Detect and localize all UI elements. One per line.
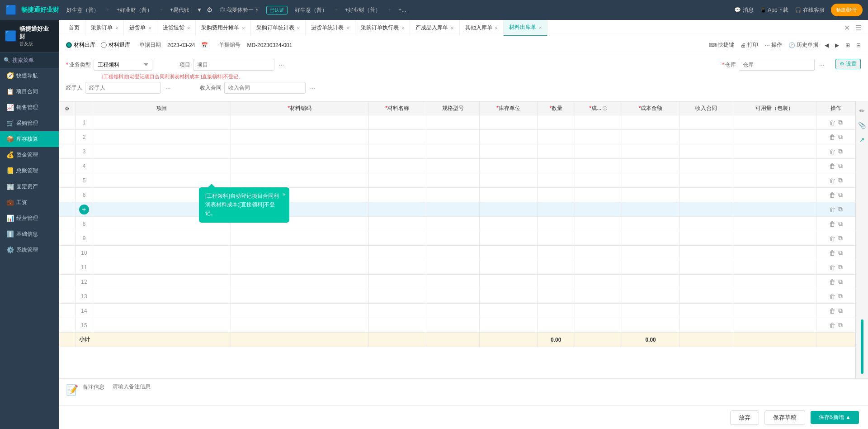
row-cost-amount-cell[interactable] bbox=[622, 275, 679, 289]
row-income-cell[interactable] bbox=[679, 246, 733, 260]
row-project-cell[interactable] bbox=[93, 246, 231, 260]
row-unit-cell[interactable] bbox=[480, 130, 537, 144]
tab-close-incoming-return[interactable]: × bbox=[187, 25, 190, 31]
radio-material-return[interactable]: 材料退库 bbox=[101, 41, 130, 49]
row-qty-cell[interactable] bbox=[537, 173, 575, 188]
row-income-cell[interactable] bbox=[679, 115, 733, 130]
row-cost-amount-cell[interactable] bbox=[622, 231, 679, 246]
tab-close-all[interactable]: ✕ bbox=[840, 24, 854, 32]
project-dots-btn[interactable]: ··· bbox=[277, 61, 286, 68]
row-unit-cell[interactable] bbox=[480, 231, 537, 246]
discard-button[interactable]: 放弃 bbox=[730, 410, 759, 425]
row-cost-rate-cell[interactable] bbox=[575, 130, 622, 144]
row-copy-btn[interactable]: ⧉ bbox=[838, 263, 843, 271]
row-cost-amount-cell[interactable] bbox=[622, 318, 679, 333]
tab-purchase-stats[interactable]: 采购订单统计表 × bbox=[251, 20, 306, 36]
sidebar-item-payroll[interactable]: 💼 工资 bbox=[0, 195, 59, 210]
row-unit-cell[interactable] bbox=[480, 202, 537, 217]
row-delete-btn[interactable]: 🗑 bbox=[829, 119, 835, 126]
row-income-cell[interactable] bbox=[679, 202, 733, 217]
nav-settings-icon[interactable]: ⚙ bbox=[207, 6, 212, 14]
row-unit-cell[interactable] bbox=[480, 246, 537, 260]
row-name-cell[interactable] bbox=[368, 231, 426, 246]
row-name-cell[interactable] bbox=[368, 115, 426, 130]
income-contract-input[interactable] bbox=[224, 82, 306, 94]
row-spec-cell[interactable] bbox=[426, 159, 480, 173]
row-cost-rate-cell[interactable] bbox=[575, 188, 622, 202]
nav-try[interactable]: ◎ 我要体验一下 bbox=[217, 6, 262, 14]
row-delete-btn[interactable]: 🗑 bbox=[829, 205, 835, 213]
business-type-select[interactable]: 工程领料 直接领料 bbox=[94, 59, 152, 71]
row-project-cell[interactable] bbox=[93, 304, 231, 318]
row-cost-rate-cell[interactable] bbox=[575, 115, 622, 130]
row-income-cell[interactable] bbox=[679, 144, 733, 159]
row-delete-btn[interactable]: 🗑 bbox=[829, 249, 835, 257]
sidebar-item-project-contract[interactable]: 📋 项目合同 bbox=[0, 84, 59, 100]
tab-incoming-stats[interactable]: 进货单统计表 × bbox=[306, 20, 355, 36]
tab-close-purchase-exec[interactable]: × bbox=[401, 25, 404, 31]
row-copy-btn[interactable]: ⧉ bbox=[838, 234, 843, 242]
sidebar-item-operations[interactable]: 📊 经营管理 bbox=[0, 210, 59, 226]
form-settings-btn[interactable]: ⚙ 设置 bbox=[835, 59, 861, 69]
row-code-cell[interactable] bbox=[231, 260, 368, 275]
row-cost-amount-cell[interactable] bbox=[622, 144, 679, 159]
row-code-cell[interactable] bbox=[231, 115, 368, 130]
row-qty-cell[interactable] bbox=[537, 144, 575, 159]
row-qty-cell[interactable] bbox=[537, 304, 575, 318]
row-name-cell[interactable] bbox=[368, 217, 426, 231]
row-delete-btn[interactable]: 🗑 bbox=[829, 278, 835, 286]
row-name-cell[interactable] bbox=[368, 130, 426, 144]
row-delete-btn[interactable]: 🗑 bbox=[829, 292, 835, 300]
right-panel-export-btn[interactable]: ↗ bbox=[857, 135, 867, 145]
row-qty-cell[interactable] bbox=[537, 188, 575, 202]
row-cost-rate-cell[interactable] bbox=[575, 202, 622, 217]
row-code-cell[interactable] bbox=[231, 304, 368, 318]
row-qty-cell[interactable] bbox=[537, 275, 575, 289]
row-cost-amount-cell[interactable] bbox=[622, 304, 679, 318]
row-unit-cell[interactable] bbox=[480, 289, 537, 304]
row-copy-btn[interactable]: ⧉ bbox=[838, 292, 843, 300]
add-row-button[interactable]: + bbox=[79, 205, 89, 214]
row-spec-cell[interactable] bbox=[426, 260, 480, 275]
tab-incoming[interactable]: 进货单 × bbox=[124, 20, 157, 36]
row-spec-cell[interactable] bbox=[426, 130, 480, 144]
row-cost-amount-cell[interactable] bbox=[622, 260, 679, 275]
row-code-cell[interactable] bbox=[231, 246, 368, 260]
tab-close-incoming[interactable]: × bbox=[148, 25, 151, 31]
row-code-cell[interactable] bbox=[231, 231, 368, 246]
row-name-cell[interactable] bbox=[368, 304, 426, 318]
row-name-cell[interactable] bbox=[368, 289, 426, 304]
row-unit-cell[interactable] bbox=[480, 173, 537, 188]
row-delete-btn[interactable]: 🗑 bbox=[829, 133, 835, 141]
row-cost-amount-cell[interactable] bbox=[622, 159, 679, 173]
row-cost-amount-cell[interactable] bbox=[622, 130, 679, 144]
view-list-btn[interactable]: ⊟ bbox=[856, 42, 861, 48]
tab-other-inbound[interactable]: 其他入库单 × bbox=[460, 20, 504, 36]
row-code-cell[interactable] bbox=[231, 159, 368, 173]
row-spec-cell[interactable] bbox=[426, 202, 480, 217]
row-delete-btn[interactable]: 🗑 bbox=[829, 307, 835, 315]
row-income-cell[interactable] bbox=[679, 217, 733, 231]
row-spec-cell[interactable] bbox=[426, 231, 480, 246]
row-spec-cell[interactable] bbox=[426, 217, 480, 231]
row-unit-cell[interactable] bbox=[480, 159, 537, 173]
row-cost-rate-cell[interactable] bbox=[575, 159, 622, 173]
row-code-cell[interactable] bbox=[231, 144, 368, 159]
user-avatar[interactable]: 畅捷通8号 bbox=[831, 4, 863, 16]
sidebar-item-fixed-assets[interactable]: 🏢 固定资产 bbox=[0, 179, 59, 195]
row-income-cell[interactable] bbox=[679, 188, 733, 202]
row-delete-btn[interactable]: 🗑 bbox=[829, 234, 835, 242]
row-name-cell[interactable] bbox=[368, 173, 426, 188]
row-name-cell[interactable] bbox=[368, 275, 426, 289]
row-cost-rate-cell[interactable] bbox=[575, 173, 622, 188]
row-cost-rate-cell[interactable] bbox=[575, 144, 622, 159]
row-income-cell[interactable] bbox=[679, 159, 733, 173]
row-project-cell[interactable] bbox=[93, 289, 231, 304]
row-project-cell[interactable] bbox=[93, 159, 231, 173]
row-project-cell[interactable] bbox=[93, 260, 231, 275]
row-qty-cell[interactable] bbox=[537, 289, 575, 304]
row-qty-cell[interactable] bbox=[537, 260, 575, 275]
save-draft-button[interactable]: 保存草稿 bbox=[764, 410, 805, 425]
row-spec-cell[interactable] bbox=[426, 275, 480, 289]
row-delete-btn[interactable]: 🗑 bbox=[829, 191, 835, 199]
